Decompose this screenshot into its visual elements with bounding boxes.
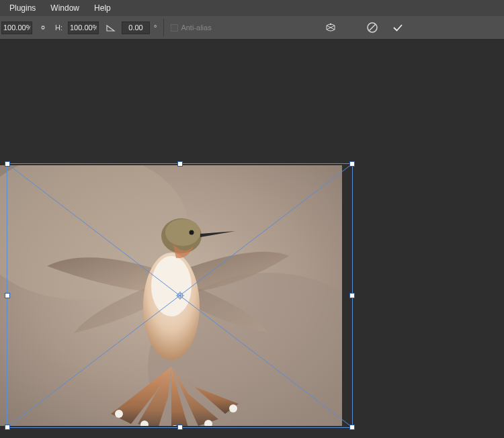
menu-bar: Plugins Window Help [0,0,504,16]
transform-handle-bottom-right[interactable] [349,425,355,430]
rotation-input[interactable] [122,21,150,34]
transform-handle-top-right[interactable] [349,161,355,167]
document-canvas[interactable] [0,165,342,426]
svg-point-12 [151,256,192,316]
warp-mode-icon[interactable] [323,19,339,36]
height-input[interactable] [68,21,99,34]
menu-help[interactable]: Help [87,2,118,14]
transform-handle-middle-right[interactable] [349,293,355,298]
transform-handle-top-middle[interactable] [177,161,183,167]
height-label: H: [54,24,64,32]
menu-window[interactable]: Window [44,2,86,14]
transform-handle-middle-left[interactable] [5,293,10,298]
transform-handle-top-left[interactable] [5,161,10,167]
anti-alias-checkbox[interactable] [171,24,178,32]
svg-point-10 [229,404,237,412]
svg-point-14 [165,219,200,246]
svg-line-2 [370,25,376,31]
menu-plugins[interactable]: Plugins [3,2,42,14]
rotate-angle-icon [104,21,118,34]
svg-point-6 [115,410,123,418]
svg-point-15 [190,230,194,235]
separator [163,19,164,36]
width-input[interactable] [1,21,32,34]
options-bar: H: ° Anti-alias [0,16,504,40]
anti-alias-label: Anti-alias [181,24,211,32]
link-aspect-icon[interactable] [36,21,50,34]
workspace [0,40,504,438]
degree-symbol: ° [154,24,157,32]
transform-center-reference-icon[interactable] [176,292,184,300]
commit-transform-icon[interactable] [390,19,406,36]
anti-alias-option: Anti-alias [171,24,211,32]
transform-handle-bottom-middle[interactable] [177,425,183,430]
cancel-transform-icon[interactable] [364,19,380,36]
transform-handle-bottom-left[interactable] [5,425,10,430]
svg-point-0 [330,24,331,25]
